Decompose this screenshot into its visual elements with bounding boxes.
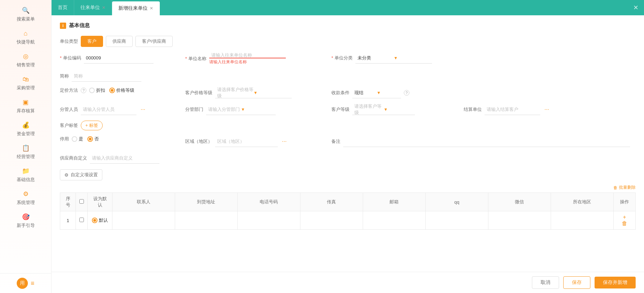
settlement-more-icon[interactable]: ··· bbox=[543, 106, 550, 113]
region-input[interactable] bbox=[215, 136, 278, 147]
name-label: 单位名称 bbox=[185, 56, 206, 62]
dept-arrow-icon: ▼ bbox=[241, 107, 274, 112]
batch-delete-icon: 🗑 bbox=[613, 185, 618, 190]
gear-icon: ⚙ bbox=[22, 190, 30, 198]
manager-more-icon[interactable]: ··· bbox=[139, 106, 147, 113]
default-radio-circle bbox=[92, 218, 97, 223]
col-default: 设为默认 bbox=[88, 193, 112, 211]
custom-settings-button[interactable]: ⚙ 自定义项设置 bbox=[60, 169, 102, 180]
payment-help-icon[interactable]: ? bbox=[404, 90, 409, 96]
pricing-help-icon[interactable]: ? bbox=[81, 88, 86, 93]
customer-price-select[interactable]: 请选择客户价格等级 ▼ bbox=[215, 87, 292, 98]
sidebar-item-search[interactable]: 🔍 搜索菜单 bbox=[0, 3, 51, 26]
manager-input[interactable] bbox=[81, 104, 136, 115]
sidebar-item-quicknav[interactable]: ⌂ 快捷导航 bbox=[0, 26, 51, 49]
settlement-input[interactable] bbox=[485, 104, 540, 115]
disabled-yes-radio[interactable]: 是 bbox=[72, 136, 83, 142]
phone-input[interactable] bbox=[241, 215, 297, 226]
sidebar-item-sales[interactable]: ◎ 销售管理 bbox=[0, 49, 51, 72]
name-error-text: 请输入往来单位名称 bbox=[209, 59, 326, 65]
row-delete-button[interactable]: 🗑 bbox=[620, 220, 629, 226]
tag-label: 客户标签 bbox=[60, 122, 78, 129]
name-input[interactable] bbox=[209, 52, 286, 58]
abbr-input[interactable] bbox=[72, 71, 141, 82]
pricing-discount-radio[interactable]: 折扣 bbox=[89, 87, 105, 93]
tab-partner[interactable]: 往来单位 ✕ bbox=[74, 0, 112, 15]
category-select[interactable]: 未分类 ▼ bbox=[355, 52, 432, 64]
email-input[interactable] bbox=[367, 215, 422, 226]
payment-select[interactable]: 现结 ▼ bbox=[352, 87, 401, 98]
box-icon: ▣ bbox=[22, 98, 30, 106]
sidebar-expand-icon[interactable]: ≡ bbox=[31, 280, 34, 287]
row-checkbox[interactable] bbox=[79, 218, 84, 222]
content-area: i 基本信息 单位类型 客户 供应商 客户/供应商 单位编码 单位名称 bbox=[52, 15, 644, 272]
add-tag-button[interactable]: + 标签 bbox=[81, 121, 103, 130]
chart-icon: ◎ bbox=[22, 52, 30, 60]
cell-email[interactable] bbox=[363, 211, 425, 230]
cell-checkbox bbox=[76, 211, 88, 230]
dept-select[interactable]: 请输入分管部门 ▼ bbox=[206, 104, 276, 115]
search-icon: 🔍 bbox=[22, 6, 30, 15]
sidebar-item-operation[interactable]: 📋 经营管理 bbox=[0, 140, 51, 163]
unit-btn-both[interactable]: 客户/供应商 bbox=[135, 36, 173, 47]
pricing-level-radio[interactable]: 价格等级 bbox=[109, 87, 134, 93]
disabled-no-radio[interactable]: 否 bbox=[87, 136, 99, 142]
cell-address[interactable] bbox=[175, 211, 237, 230]
save-and-new-button[interactable]: 保存并新增 bbox=[595, 277, 636, 288]
select-all-checkbox[interactable] bbox=[79, 199, 84, 204]
supplier-custom-row: 供应商自定义 bbox=[60, 153, 636, 164]
tab-bar: 首页 往来单位 ✕ 新增往来单位 ✕ ✕ bbox=[52, 0, 644, 15]
region-label: 区域（地区） bbox=[185, 138, 212, 145]
unit-btn-customer[interactable]: 客户 bbox=[81, 36, 103, 47]
remark-label: 备注 bbox=[331, 138, 340, 145]
row-add-button[interactable]: + bbox=[621, 214, 627, 220]
code-name-category-row: 单位编码 单位名称 请输入往来单位名称 单位分类 未分类 ▼ bbox=[60, 52, 636, 65]
avatar: 用 bbox=[17, 278, 28, 289]
main-area: 首页 往来单位 ✕ 新增往来单位 ✕ ✕ i 基本信息 单位类型 客户 供应商 bbox=[52, 0, 644, 293]
tab-add-partner[interactable]: 新增往来单位 ✕ bbox=[112, 1, 160, 15]
tab-add-partner-close[interactable]: ✕ bbox=[150, 6, 153, 11]
footer: 取消 保存 保存并新增 bbox=[52, 272, 644, 293]
remark-input[interactable] bbox=[343, 136, 630, 147]
customer-level-select[interactable]: 请选择客户等级 ▼ bbox=[352, 104, 415, 115]
guide-icon: 🎯 bbox=[22, 213, 30, 221]
cell-region[interactable] bbox=[551, 211, 613, 230]
address-input[interactable] bbox=[179, 215, 234, 226]
col-phone: 电话号码 bbox=[237, 193, 300, 211]
wechat-input[interactable] bbox=[492, 215, 547, 226]
col-qq: qq bbox=[425, 193, 488, 211]
sidebar-item-finance[interactable]: 💰 资金管理 bbox=[0, 117, 51, 140]
window-close-button[interactable]: ✕ bbox=[628, 0, 644, 15]
code-input[interactable] bbox=[84, 52, 154, 64]
sidebar-item-newbie[interactable]: 🎯 新手引导 bbox=[0, 209, 51, 232]
sidebar-bottom: 用 ≡ bbox=[0, 273, 51, 293]
sidebar-item-system[interactable]: ⚙ 系统管理 bbox=[0, 186, 51, 209]
cell-phone[interactable] bbox=[237, 211, 300, 230]
operation-icon: 📋 bbox=[22, 144, 30, 152]
qq-input[interactable] bbox=[429, 215, 485, 226]
fax-input[interactable] bbox=[304, 215, 359, 226]
region-more-icon[interactable]: ··· bbox=[281, 138, 288, 145]
default-radio[interactable]: 默认 bbox=[91, 217, 109, 223]
category-label: 单位分类 bbox=[331, 55, 353, 61]
col-wechat: 微信 bbox=[488, 193, 551, 211]
tab-home[interactable]: 首页 bbox=[52, 0, 74, 15]
sidebar-item-inventory[interactable]: ▣ 库存核算 bbox=[0, 95, 51, 117]
region-cell-input[interactable] bbox=[555, 215, 610, 226]
col-email: 邮箱 bbox=[363, 193, 425, 211]
payment-label: 收款条件 bbox=[331, 90, 350, 96]
supplier-custom-input[interactable] bbox=[90, 153, 159, 164]
cancel-button[interactable]: 取消 bbox=[532, 276, 559, 289]
unit-btn-supplier[interactable]: 供应商 bbox=[106, 36, 133, 47]
save-button[interactable]: 保存 bbox=[563, 276, 590, 289]
cell-fax[interactable] bbox=[300, 211, 363, 230]
sidebar-item-basic[interactable]: 📁 基础信息 bbox=[0, 163, 51, 186]
manager-label: 分管人员 bbox=[60, 106, 78, 113]
cell-qq[interactable] bbox=[425, 211, 488, 230]
cell-wechat[interactable] bbox=[488, 211, 551, 230]
batch-delete-button[interactable]: 🗑 批量删除 bbox=[613, 185, 636, 190]
cell-contact[interactable] bbox=[112, 211, 175, 230]
tab-partner-close[interactable]: ✕ bbox=[102, 5, 105, 10]
contact-input[interactable] bbox=[116, 215, 171, 226]
sidebar-item-purchase[interactable]: 🛍 采购管理 bbox=[0, 72, 51, 95]
